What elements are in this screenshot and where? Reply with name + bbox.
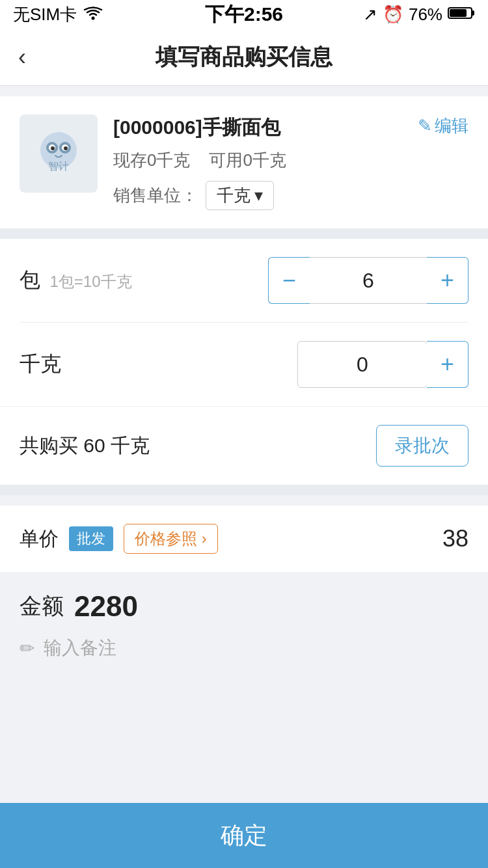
note-icon: ✏ [20, 638, 34, 659]
batch-button[interactable]: 录批次 [376, 425, 468, 467]
svg-rect-3 [450, 9, 467, 17]
summary-section: 共购买 60 千克 录批次 [0, 406, 488, 485]
svg-rect-2 [472, 10, 474, 16]
qty-input-1[interactable] [310, 257, 427, 304]
status-bar: 无SIM卡 下午2:56 ↗ ⏰ 76% [0, 0, 488, 29]
input-section: 包 1包=10千克 − + 千克 + [0, 239, 488, 406]
note-row: ✏ 输入备注 [20, 636, 468, 673]
product-info: [0000006]手撕面包 ✎ 编辑 现存0千克 可用0千克 销售单位： 千克 … [113, 115, 468, 210]
qty-minus-button-1[interactable]: − [268, 257, 310, 304]
price-label: 单价 [20, 526, 59, 552]
price-left: 单价 批发 价格参照 › [20, 524, 218, 554]
qty-plus-button-1[interactable]: + [427, 257, 468, 304]
status-right: ↗ ⏰ 76% [363, 5, 475, 25]
svg-point-10 [64, 146, 68, 150]
qty-control-1: − + [268, 257, 468, 304]
product-header: [0000006]手撕面包 ✎ 编辑 [113, 115, 468, 141]
amount-row: 金额 2280 [20, 590, 468, 623]
product-image: 智计 [20, 115, 98, 193]
chevron-down-icon: ▾ [254, 185, 263, 206]
product-section: 智计 [0000006]手撕面包 ✎ 编辑 现存0千克 可用0千克 销售单位： … [0, 96, 488, 228]
divider-2 [0, 485, 488, 495]
summary-text: 共购买 60 千克 [20, 433, 150, 459]
qty-row-2: 千克 + [20, 323, 468, 406]
qty-input-2[interactable] [297, 341, 427, 388]
status-time: 下午2:56 [205, 1, 283, 28]
svg-point-9 [51, 146, 55, 150]
qty-row-1: 包 1包=10千克 − + [20, 239, 468, 323]
svg-point-0 [92, 16, 95, 20]
wifi-icon [83, 5, 103, 25]
price-value: 38 [442, 525, 468, 552]
qty-label-2: 千克 [20, 350, 61, 379]
edit-button[interactable]: ✎ 编辑 [418, 115, 468, 137]
carrier-label: 无SIM卡 [13, 3, 77, 26]
edit-icon: ✎ [418, 116, 432, 136]
qty-label-1: 包 1包=10千克 [20, 266, 132, 295]
nav-bar: ‹ 填写商品购买信息 [0, 29, 488, 86]
amount-value: 2280 [74, 590, 138, 623]
divider-1 [0, 228, 488, 239]
note-placeholder[interactable]: 输入备注 [44, 636, 116, 660]
svg-text:智计: 智计 [48, 161, 69, 172]
product-name: [0000006]手撕面包 [113, 115, 418, 141]
status-left: 无SIM卡 [13, 3, 103, 26]
amount-section: 金额 2280 ✏ 输入备注 [0, 572, 488, 673]
product-unit-row: 销售单位： 千克 ▾ [113, 181, 468, 210]
location-icon: ↗ [363, 5, 377, 25]
price-ref-button[interactable]: 价格参照 › [124, 524, 218, 554]
battery-label: 76% [409, 5, 442, 25]
amount-label: 金额 [20, 591, 64, 621]
alarm-icon: ⏰ [383, 5, 403, 25]
price-section: 单价 批发 价格参照 › 38 [0, 506, 488, 572]
back-button[interactable]: ‹ [18, 44, 26, 71]
confirm-button[interactable]: 确定 [0, 803, 488, 868]
battery-icon [448, 5, 475, 25]
page-title: 填写商品购买信息 [156, 42, 332, 72]
price-tag: 批发 [69, 526, 113, 551]
unit-dropdown[interactable]: 千克 ▾ [206, 181, 274, 210]
qty-plus-button-2[interactable]: + [427, 341, 468, 388]
qty-control-2: + [297, 341, 468, 388]
product-stock: 现存0千克 可用0千克 [113, 149, 468, 172]
